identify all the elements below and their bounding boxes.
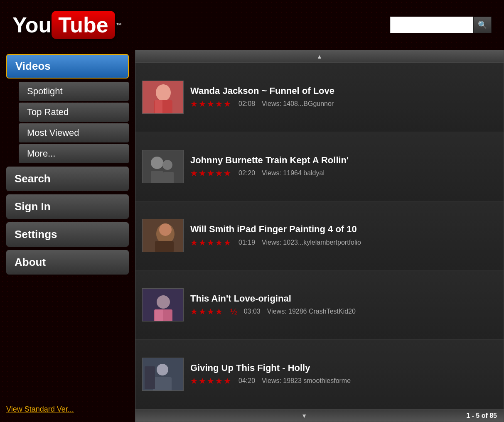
main-content: Wanda Jackson ~ Funnel of Love ★★★★★ 02:… [135, 50, 504, 422]
video-views-1: Views: 1408...BGgunnor [262, 100, 334, 108]
video-item-5[interactable]: Giving Up This Fight - Holly ★★★★★ 04:20… [135, 340, 504, 409]
svg-point-6 [162, 160, 172, 170]
sidebar-item-search[interactable]: Search [6, 167, 129, 191]
video-views-4: Views: 19286 CrashTestKid20 [267, 308, 356, 315]
video-half-star-4: ½ [230, 307, 237, 316]
svg-rect-7 [151, 171, 163, 183]
top-search-button[interactable]: 🔍 [473, 17, 492, 33]
video-info-2: Johnny Burnette Train Kept A Rollin' ★★★… [190, 155, 497, 178]
video-item-4[interactable]: This Ain't Love-original ★★★★½ 03:03 Vie… [135, 270, 504, 340]
svg-rect-8 [163, 172, 174, 183]
video-meta-4: ★★★★½ 03:03 Views: 19286 CrashTestKid20 [190, 307, 497, 316]
logo-tm: ™ [116, 22, 122, 28]
top-search-input[interactable] [390, 17, 473, 33]
video-thumbnail-4 [142, 288, 184, 321]
video-stars-2: ★★★★★ [190, 168, 232, 178]
scroll-down-button[interactable]: ▼ 1 - 5 of 85 [135, 409, 504, 422]
video-meta-3: ★★★★★ 01:19 Views: 1023...kylelambertpor… [190, 238, 497, 248]
video-meta-1: ★★★★★ 02:08 Views: 1408...BGgunnor [190, 99, 497, 109]
video-views-2: Views: 11964 baldyal [262, 169, 325, 177]
scroll-down-arrow-icon: ▼ [142, 412, 466, 419]
sidebar-item-spotlight[interactable]: Spotlight [19, 82, 129, 101]
video-item-3[interactable]: Will Smith iPad Finger Painting 4 of 10 … [135, 201, 504, 271]
video-title-2: Johnny Burnette Train Kept A Rollin' [190, 155, 497, 166]
video-info-1: Wanda Jackson ~ Funnel of Love ★★★★★ 02:… [190, 86, 497, 109]
pagination-label: 1 - 5 of 85 [466, 412, 497, 420]
svg-rect-3 [155, 100, 162, 114]
header: You Tube ™ 🔍 [0, 0, 504, 50]
video-duration-3: 01:19 [238, 239, 255, 246]
view-standard-link[interactable]: View Standard Ver... [6, 401, 129, 418]
scroll-up-button[interactable] [135, 50, 504, 63]
svg-point-5 [151, 157, 163, 169]
video-item-2[interactable]: Johnny Burnette Train Kept A Rollin' ★★★… [135, 132, 504, 201]
video-title-5: Giving Up This Fight - Holly [190, 363, 497, 373]
video-title-1: Wanda Jackson ~ Funnel of Love [190, 86, 497, 96]
sidebar-item-about[interactable]: About [6, 250, 129, 275]
svg-rect-20 [145, 366, 155, 389]
sidebar-item-most-viewed[interactable]: Most Viewed [19, 123, 129, 142]
svg-point-18 [157, 364, 168, 375]
video-thumbnail-2 [142, 150, 184, 183]
svg-rect-19 [153, 377, 172, 391]
video-thumbnail-3 [142, 219, 184, 252]
video-meta-2: ★★★★★ 02:20 Views: 11964 baldyal [190, 168, 497, 178]
video-list: Wanda Jackson ~ Funnel of Love ★★★★★ 02:… [135, 63, 504, 409]
sidebar-item-settings[interactable]: Settings [6, 222, 129, 247]
video-duration-2: 02:20 [238, 169, 255, 177]
video-info-3: Will Smith iPad Finger Painting 4 of 10 … [190, 224, 497, 247]
video-stars-3: ★★★★★ [190, 238, 232, 248]
sidebar: Videos Spotlight Top Rated Most Viewed M… [0, 50, 135, 422]
sidebar-item-more[interactable]: More... [19, 144, 129, 163]
video-views-5: Views: 19823 smoothiesforme [262, 377, 351, 385]
sidebar-item-signin[interactable]: Sign In [6, 194, 129, 219]
svg-rect-11 [155, 241, 174, 252]
video-duration-4: 03:03 [244, 308, 261, 315]
logo: You Tube ™ [12, 11, 122, 39]
video-views-3: Views: 1023...kylelambertportfolio [262, 239, 361, 246]
video-thumbnail-5 [142, 358, 184, 391]
video-thumbnail-1 [142, 81, 184, 114]
video-duration-1: 02:08 [238, 100, 255, 108]
logo-tube: Tube [52, 11, 115, 39]
video-stars-5: ★★★★★ [190, 376, 232, 386]
svg-point-1 [156, 84, 171, 101]
video-info-5: Giving Up This Fight - Holly ★★★★★ 04:20… [190, 363, 497, 386]
logo-you: You [12, 12, 52, 37]
sidebar-item-top-rated[interactable]: Top Rated [19, 103, 129, 122]
video-stars-4: ★★★★ [190, 307, 224, 316]
video-duration-5: 04:20 [238, 377, 255, 385]
video-title-3: Will Smith iPad Finger Painting 4 of 10 [190, 224, 497, 235]
video-info-4: This Ain't Love-original ★★★★½ 03:03 Vie… [190, 293, 497, 316]
svg-point-14 [157, 295, 170, 309]
video-stars-1: ★★★★★ [190, 99, 232, 109]
video-item-1[interactable]: Wanda Jackson ~ Funnel of Love ★★★★★ 02:… [135, 63, 504, 132]
video-meta-5: ★★★★★ 04:20 Views: 19823 smoothiesforme [190, 376, 497, 386]
top-search-bar: 🔍 [390, 17, 492, 33]
svg-point-12 [159, 223, 172, 236]
video-title-4: This Ain't Love-original [190, 293, 497, 304]
svg-rect-16 [155, 309, 163, 321]
sidebar-item-videos[interactable]: Videos [6, 54, 129, 79]
